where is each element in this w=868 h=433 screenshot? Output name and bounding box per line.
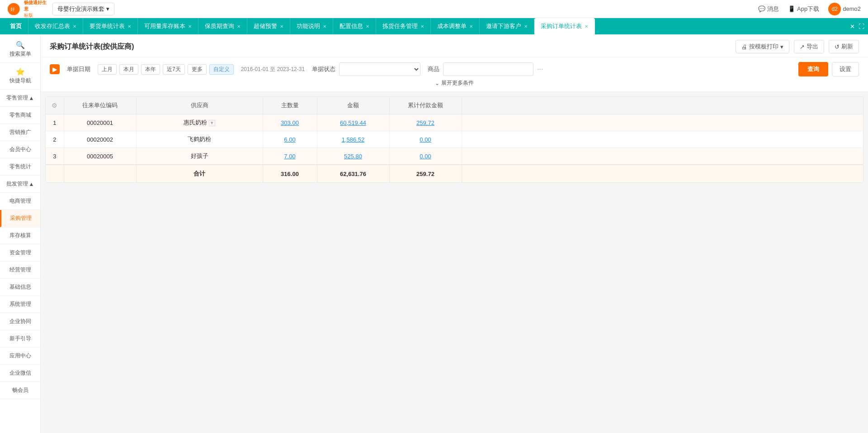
- row-2-amount[interactable]: 1,586.52: [317, 131, 389, 148]
- sidebar-item-purchase[interactable]: 采购管理: [0, 210, 40, 227]
- app-download-button[interactable]: 📱 App下载: [788, 5, 819, 13]
- print-icon: 🖨: [741, 43, 747, 50]
- sidebar-item-inventory[interactable]: 库存核算: [0, 227, 40, 244]
- sidebar-item-operations[interactable]: 经营管理: [0, 262, 40, 279]
- row-1-paid[interactable]: 259.72: [389, 114, 462, 131]
- row-1-code: 00020001: [64, 114, 136, 131]
- template-print-button[interactable]: 🖨 按模板打印 ▾: [736, 40, 789, 53]
- nav-tab-caigou-active[interactable]: 采购订单统计表 ✕: [534, 18, 595, 34]
- nav-close-icon[interactable]: ✕: [850, 23, 855, 30]
- sidebar-item-guide[interactable]: 新手引导: [0, 330, 40, 347]
- close-icon[interactable]: ✕: [188, 24, 192, 29]
- status-select[interactable]: [339, 62, 420, 76]
- message-button[interactable]: 💬 消息: [758, 5, 779, 13]
- nav-tabs-right-controls: ✕ ⛶: [850, 23, 864, 30]
- nav-tab-home[interactable]: 首页: [4, 18, 28, 34]
- sidebar-item-app-center[interactable]: 应用中心: [0, 347, 40, 365]
- nav-tab-baozhi[interactable]: 保质期查询 ✕: [198, 18, 247, 34]
- close-icon[interactable]: ✕: [127, 24, 131, 29]
- expand-row-icon[interactable]: ▼: [209, 120, 215, 126]
- table-container: ⚙ 往来单位编码 供应商 主数量 金额: [45, 96, 863, 183]
- nav-tab-peizhi[interactable]: 配置信息 ✕: [333, 18, 376, 34]
- row-1-extra: [462, 114, 863, 131]
- nav-tab-shoufacun[interactable]: 收发存汇总表 ✕: [28, 18, 83, 34]
- status-filter-field: 单据状态: [312, 62, 420, 76]
- nav-tab-chaochu[interactable]: 超储预警 ✕: [247, 18, 290, 34]
- sidebar-item-wechat[interactable]: 企业微信: [0, 365, 40, 382]
- nav-tab-jianhuo[interactable]: 拣货任务管理 ✕: [376, 18, 431, 34]
- nav-tab-yaohuo[interactable]: 要货单统计表 ✕: [83, 18, 138, 34]
- nav-tab-gongneng[interactable]: 功能说明 ✕: [290, 18, 333, 34]
- sidebar-item-shortcuts[interactable]: ⭐ 快捷导航: [0, 63, 40, 90]
- user-menu[interactable]: d2 demo2: [828, 3, 861, 15]
- date-shortcut-this-month[interactable]: 本月: [119, 64, 138, 75]
- close-icon[interactable]: ✕: [524, 24, 528, 29]
- goods-input[interactable]: [443, 62, 533, 76]
- query-button[interactable]: 查询: [798, 62, 828, 76]
- close-icon[interactable]: ✕: [585, 24, 588, 29]
- sidebar-item-member-center[interactable]: 会员中心: [0, 141, 40, 158]
- col-header-check: ⚙: [46, 97, 64, 114]
- row-2-num: 2: [46, 131, 64, 148]
- sidebar-item-search[interactable]: 🔍 搜索菜单: [0, 36, 40, 63]
- search-icon: 🔍: [16, 41, 25, 49]
- close-icon[interactable]: ✕: [469, 24, 473, 29]
- workspace-selector[interactable]: 母婴行业演示账套 ▾: [52, 3, 114, 15]
- nav-expand-icon[interactable]: ⛶: [859, 23, 864, 30]
- sidebar-item-retail-management[interactable]: 零售管理 ▲: [0, 90, 40, 107]
- date-custom-badge[interactable]: 自定义: [209, 64, 234, 75]
- row-3-paid[interactable]: 0.00: [389, 148, 462, 165]
- more-options-icon[interactable]: ···: [537, 65, 543, 73]
- gear-icon[interactable]: ⚙: [52, 102, 57, 109]
- row-1-supplier: 惠氏奶粉 ▼: [136, 114, 263, 131]
- close-icon[interactable]: ✕: [237, 24, 241, 29]
- row-2-qty[interactable]: 6.00: [263, 131, 317, 148]
- nav-tab-yaoqing[interactable]: 邀请下游客户 ✕: [480, 18, 534, 34]
- expand-more-button[interactable]: ⌄ 展开更多条件: [435, 79, 474, 87]
- close-icon[interactable]: ✕: [323, 24, 326, 29]
- col-header-extra: [462, 97, 863, 114]
- nav-tab-kuyong[interactable]: 可用量库存账本 ✕: [138, 18, 198, 34]
- table-row: 2 00020002 飞鹤奶粉 6.00 1,586.52: [46, 131, 863, 148]
- footer-empty-check: [46, 165, 64, 182]
- row-1-amount[interactable]: 60,519.44: [317, 114, 389, 131]
- row-1-qty[interactable]: 303.00: [263, 114, 317, 131]
- sidebar-item-wholesale[interactable]: 批发管理 ▲: [0, 176, 40, 193]
- sidebar-item-finance[interactable]: 资金管理: [0, 244, 40, 262]
- sidebar-item-changhui[interactable]: 畅会员: [0, 382, 40, 399]
- filter-toggle-button[interactable]: ▶: [50, 64, 60, 74]
- row-3-qty[interactable]: 7.00: [263, 148, 317, 165]
- footer-label: 合计: [136, 165, 263, 182]
- col-header-amount: 金额: [317, 97, 389, 114]
- refresh-button[interactable]: ↺ 刷新: [829, 40, 859, 53]
- date-shortcut-last-month[interactable]: 上月: [98, 64, 117, 75]
- sidebar-item-system[interactable]: 系统管理: [0, 296, 40, 313]
- message-icon: 💬: [758, 5, 765, 12]
- goods-filter-field: 商品 ···: [428, 62, 543, 76]
- close-icon[interactable]: ✕: [366, 24, 369, 29]
- row-3-amount[interactable]: 525.80: [317, 148, 389, 165]
- row-3-code: 00020005: [64, 148, 136, 165]
- date-range-display: 2016-01-01 至 2023-12-31: [241, 66, 305, 73]
- sidebar-item-retail-stats[interactable]: 零售统计: [0, 158, 40, 176]
- date-shortcut-more[interactable]: 更多: [188, 64, 207, 75]
- col-header-qty: 主数量: [263, 97, 317, 114]
- row-2-paid[interactable]: 0.00: [389, 131, 462, 148]
- date-shortcut-this-year[interactable]: 本年: [141, 64, 160, 75]
- filter-row: ▶ 单据日期 上月 本月 本年 近7天 更多 自定义 2016-01-01 至 …: [50, 62, 859, 76]
- sidebar-item-ecommerce[interactable]: 电商管理: [0, 193, 40, 210]
- sidebar-item-enterprise[interactable]: 企业协同: [0, 313, 40, 330]
- close-icon[interactable]: ✕: [73, 24, 76, 29]
- export-button[interactable]: ↗ 导出: [794, 40, 824, 53]
- logo-area: 好 畅捷通好生意 标版: [7, 0, 48, 19]
- close-icon[interactable]: ✕: [420, 24, 424, 29]
- sidebar-item-retail-mall[interactable]: 零售商城: [0, 107, 40, 124]
- sidebar-item-marketing[interactable]: 营销推广: [0, 124, 40, 141]
- nav-tab-chengben[interactable]: 成本调整单 ✕: [431, 18, 480, 34]
- date-shortcut-7days[interactable]: 近7天: [163, 64, 185, 75]
- footer-amount: 62,631.76: [317, 165, 389, 182]
- close-icon[interactable]: ✕: [280, 24, 283, 29]
- sidebar-item-basic-info[interactable]: 基础信息: [0, 279, 40, 296]
- top-right: 💬 消息 📱 App下载 d2 demo2: [758, 3, 861, 15]
- settings-button[interactable]: 设置: [832, 62, 859, 76]
